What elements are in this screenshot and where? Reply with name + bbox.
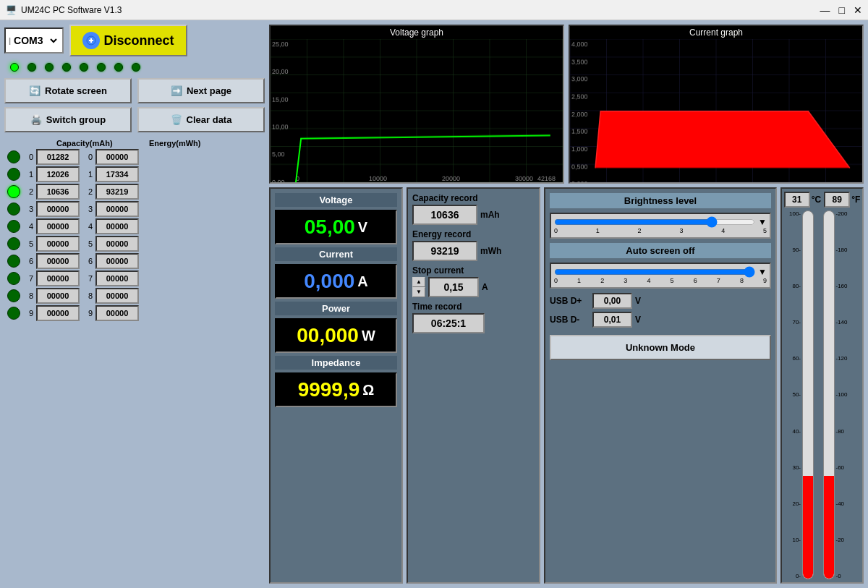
celsius-fill (803, 476, 813, 579)
capacity-cell[interactable] (36, 166, 80, 182)
capacity-cell[interactable] (36, 201, 80, 217)
com-port-selector[interactable]: | COM3 (4, 27, 64, 54)
capacity-cell[interactable] (36, 218, 80, 234)
auto-screen-label: Auto screen off (550, 243, 771, 258)
maximize-button[interactable]: □ (839, 4, 845, 16)
capacity-cell[interactable] (36, 270, 80, 286)
celsius-scale: 100- 90- 80- 70- 60- 50- 40- 30- 20- 10-… (785, 210, 801, 579)
table-row: 55 (7, 236, 262, 252)
time-record-input[interactable] (412, 313, 485, 333)
settings-panel: Brightness level ▼ 0 1 2 3 4 5 A (544, 187, 777, 584)
capacity-cell[interactable] (36, 184, 80, 200)
table-row: 11 (7, 166, 262, 182)
switch-group-button[interactable]: 🖨️ Switch group (4, 107, 132, 132)
capacity-cell[interactable] (36, 253, 80, 269)
next-icon: ➡️ (171, 85, 182, 96)
capacity-cell[interactable] (36, 236, 80, 252)
energy-record-input[interactable] (412, 241, 477, 261)
row-index-2: 9 (82, 309, 93, 318)
usb-dp-input[interactable] (592, 293, 632, 309)
capacity-record-input[interactable] (412, 205, 477, 225)
bottom-panel: Voltage 05,00 V Current 0,000 A Power 00… (269, 187, 864, 584)
row-led (7, 203, 20, 216)
energy-cell[interactable] (95, 166, 139, 182)
capacity-cell[interactable] (36, 305, 80, 321)
titlebar-controls[interactable]: — □ ✕ (820, 4, 862, 16)
brightness-slider[interactable] (554, 217, 755, 227)
capacity-record-unit: mAh (480, 210, 500, 220)
row-index-2: 8 (82, 291, 93, 300)
stop-current-down[interactable]: ▼ (412, 287, 425, 297)
rotate-screen-button[interactable]: 🔄 Rotate screen (4, 78, 132, 103)
row-led (7, 289, 20, 302)
auto-screen-slider[interactable] (554, 267, 755, 277)
energy-cell[interactable] (95, 236, 139, 252)
fahrenheit-scale: -200 -180 -160 -140 -120 -100 -80 -60 -4… (836, 210, 852, 579)
power-display: 00,000 W (275, 318, 397, 353)
led-0 (10, 63, 19, 72)
voltage-chart-container: Voltage graph (269, 25, 564, 184)
celsius-tube (802, 210, 814, 579)
auto-screen-dropdown-icon: ▼ (758, 267, 767, 277)
stop-current-up[interactable]: ▲ (412, 277, 425, 287)
next-label: Next page (187, 85, 231, 96)
current-chart-container: Current graph (569, 25, 864, 184)
row-led (7, 307, 20, 320)
energy-cell[interactable] (95, 201, 139, 217)
energy-cell[interactable] (95, 270, 139, 286)
led-7 (132, 63, 140, 72)
fahrenheit-input[interactable] (824, 192, 850, 208)
energy-cell[interactable] (95, 218, 139, 234)
capacity-cell[interactable] (36, 149, 80, 165)
table-row: 66 (7, 253, 262, 269)
minimize-button[interactable]: — (820, 4, 830, 16)
measurements-panel: Voltage 05,00 V Current 0,000 A Power 00… (269, 187, 403, 584)
row-index-2: 2 (82, 187, 93, 196)
rotate-icon: 🔄 (29, 85, 41, 96)
auto-screen-slider-container: ▼ 0 1 2 3 4 5 6 7 8 9 (550, 263, 771, 289)
table-body: 00112233445566778899 (7, 149, 262, 321)
energy-cell[interactable] (95, 305, 139, 321)
stop-current-unit: A (482, 282, 488, 292)
clear-data-button[interactable]: 🗑️ Clear data (137, 107, 265, 132)
thermometer-panel: °C °F 100- 90- 80- 70- (780, 187, 864, 584)
celsius-input[interactable] (784, 192, 810, 208)
impedance-unit: Ω (362, 382, 374, 399)
energy-cell[interactable] (95, 288, 139, 304)
left-panel: | COM3 Disconnect 🔄 (4, 25, 265, 584)
close-button[interactable]: ✕ (854, 4, 862, 16)
voltage-unit: V (358, 219, 367, 236)
row-index-2: 5 (82, 239, 93, 248)
unknown-mode-button[interactable]: Unknown Mode (550, 335, 771, 360)
current-display: 0,000 A (275, 264, 397, 299)
disconnect-button[interactable]: Disconnect (69, 25, 187, 56)
disconnect-icon (82, 32, 100, 49)
energy-cell[interactable] (95, 184, 139, 200)
energy-cell[interactable] (95, 253, 139, 269)
capacity-record-row: mAh (412, 205, 535, 225)
stop-current-stepper[interactable]: ▲ ▼ (412, 277, 425, 297)
time-record-label: Time record (412, 302, 535, 312)
impedance-value: 9999,9 (298, 378, 360, 401)
table-row: 99 (7, 305, 262, 321)
com-port-dropdown[interactable] (46, 34, 59, 47)
row-index-2: 3 (82, 205, 93, 213)
clear-icon: 🗑️ (171, 114, 182, 125)
led-5 (97, 63, 106, 72)
usb-dm-label: USB D- (550, 315, 590, 325)
time-record: Time record (412, 302, 535, 333)
next-page-button[interactable]: ➡️ Next page (137, 78, 265, 103)
stop-current-input[interactable] (428, 277, 479, 297)
brightness-slider-row: ▼ (554, 217, 767, 227)
row-index: 2 (23, 187, 33, 196)
row-index: 9 (23, 309, 33, 318)
table-row: 33 (7, 201, 262, 217)
current-measurement-label: Current (275, 247, 397, 261)
energy-cell[interactable] (95, 149, 139, 165)
usb-dm-input[interactable] (592, 312, 632, 328)
capacity-cell[interactable] (36, 288, 80, 304)
table-row: 22 (7, 184, 262, 200)
fahrenheit-thermometer: -200 -180 -160 -140 -120 -100 -80 -60 -4… (823, 210, 860, 579)
energy-record-label: Energy record (412, 229, 535, 239)
app-icon: 🖥️ (6, 5, 17, 15)
